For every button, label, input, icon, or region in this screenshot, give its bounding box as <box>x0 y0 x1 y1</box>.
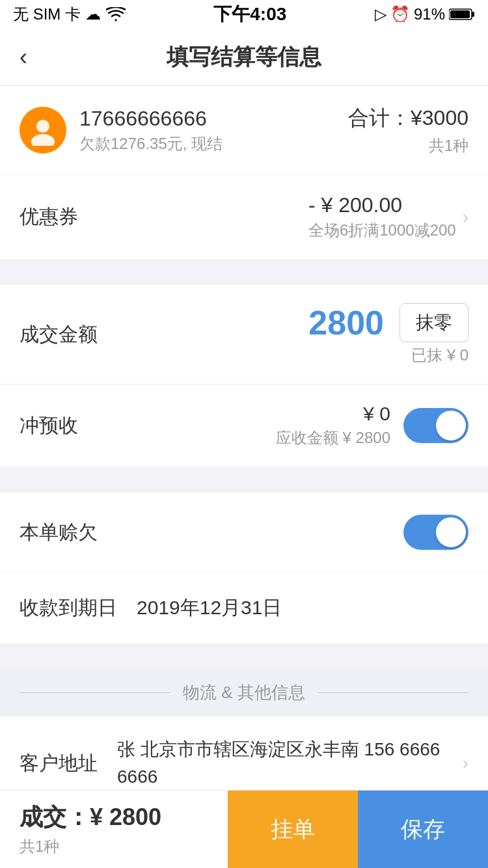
chevron-right-icon: › <box>463 207 468 228</box>
bottom-deal-label: 成交： <box>20 804 90 830</box>
back-button[interactable]: ‹ <box>20 44 27 71</box>
bottom-bar: 成交：¥ 2800 共1种 挂单 保存 <box>0 790 488 868</box>
separator-3 <box>0 657 488 670</box>
customer-info: 17666666666 欠款1276.35元, 现结 <box>79 107 223 154</box>
sim-label: 无 SIM 卡 ☁ <box>13 4 101 25</box>
total-amount: 合计：¥3000 <box>348 104 468 133</box>
battery-icon <box>449 8 475 21</box>
coupon-discount: - ¥ 200.00 <box>308 193 456 217</box>
address-value: 张 北京市市辖区海淀区永丰南 156 6666 6666 <box>117 736 463 791</box>
customer-sub-text: 欠款1276.35元, 现结 <box>79 133 223 154</box>
customer-phone: 17666666666 <box>79 107 223 131</box>
due-date-label: 收款到期日 <box>20 595 117 621</box>
coupon-label: 优惠券 <box>20 204 78 230</box>
save-button[interactable]: 保存 <box>358 791 488 869</box>
debt-toggle-knob <box>436 517 466 547</box>
bottom-summary: 成交：¥ 2800 共1种 <box>0 802 228 857</box>
coupon-info: - ¥ 200.00 全场6折满1000减200 <box>308 193 456 241</box>
due-date-value: 2019年12月31日 <box>137 595 282 621</box>
logistics-divider: 物流 & 其他信息 <box>0 670 488 716</box>
status-left: 无 SIM 卡 ☁ <box>13 4 126 25</box>
status-bar: 无 SIM 卡 ☁ 下午4:03 ▷ ⏰ 91% <box>0 0 488 29</box>
bottom-count: 共1种 <box>20 836 208 857</box>
debt-toggle[interactable] <box>403 515 468 550</box>
prepay-toggle[interactable] <box>403 408 468 443</box>
avatar <box>20 107 66 154</box>
address-chevron-icon: › <box>463 753 468 774</box>
due-date-row: 收款到期日 2019年12月31日 <box>0 572 488 644</box>
hold-button[interactable]: 挂单 <box>228 791 358 869</box>
customer-section: 17666666666 欠款1276.35元, 现结 合计：¥3000 共1种 … <box>0 86 488 259</box>
page-title: 填写结算等信息 <box>167 42 321 72</box>
deal-amount-row: 成交金额 2800 抹零 已抹 ¥ 0 <box>0 285 488 384</box>
deal-amount-value: 2800 <box>308 306 384 340</box>
separator-1 <box>0 272 488 285</box>
bottom-deal-amount: 成交：¥ 2800 <box>20 802 208 834</box>
bottom-deal-value: ¥ 2800 <box>90 804 161 830</box>
divider-line-right <box>318 692 468 693</box>
debt-row: 本单赊欠 <box>0 493 488 572</box>
round-off-button[interactable]: 抹零 <box>400 303 468 342</box>
svg-point-4 <box>31 134 55 146</box>
nav-bar: ‹ 填写结算等信息 <box>0 29 488 86</box>
coupon-row[interactable]: 优惠券 - ¥ 200.00 全场6折满1000减200 › <box>0 174 488 259</box>
coupon-desc: 全场6折满1000减200 <box>308 220 456 241</box>
total-sub: 共1种 <box>348 135 468 156</box>
coupon-right: - ¥ 200.00 全场6折满1000减200 › <box>308 193 468 241</box>
separator-2 <box>0 480 488 493</box>
deal-amount-label: 成交金额 <box>20 321 98 348</box>
deal-amount-sub: 已抹 ¥ 0 <box>308 345 468 366</box>
deal-section: 成交金额 2800 抹零 已抹 ¥ 0 冲预收 ¥ 0 应收金额 ¥ 2800 <box>0 285 488 467</box>
battery-text: 91% <box>414 5 445 23</box>
svg-rect-1 <box>472 12 474 17</box>
prepay-right: ¥ 0 应收金额 ¥ 2800 <box>276 403 468 448</box>
status-right: ▷ ⏰ 91% <box>375 5 475 23</box>
address-label: 客户地址 <box>20 750 98 777</box>
prepay-sub: 应收金额 ¥ 2800 <box>276 427 390 448</box>
status-time: 下午4:03 <box>213 2 286 27</box>
svg-rect-2 <box>450 10 470 18</box>
prepay-amount: ¥ 0 <box>276 403 390 425</box>
avatar-icon <box>27 115 59 146</box>
debt-section: 本单赊欠 收款到期日 2019年12月31日 <box>0 493 488 644</box>
alarm-icon: ⏰ <box>390 5 410 23</box>
customer-left: 17666666666 欠款1276.35元, 现结 <box>20 107 223 154</box>
location-icon: ▷ <box>375 5 386 23</box>
deal-amount-right: 2800 抹零 已抹 ¥ 0 <box>308 303 468 366</box>
prepay-info: ¥ 0 应收金额 ¥ 2800 <box>276 403 390 448</box>
debt-label: 本单赊欠 <box>20 519 98 546</box>
prepay-row: 冲预收 ¥ 0 应收金额 ¥ 2800 <box>0 384 488 467</box>
prepay-label: 冲预收 <box>20 413 78 439</box>
logistics-divider-text: 物流 & 其他信息 <box>183 681 305 704</box>
customer-row: 17666666666 欠款1276.35元, 现结 合计：¥3000 共1种 <box>0 86 488 174</box>
svg-point-3 <box>36 120 49 133</box>
wifi-icon <box>106 7 126 21</box>
toggle-knob <box>436 411 466 441</box>
customer-right: 合计：¥3000 共1种 <box>348 104 468 156</box>
divider-line-left <box>20 692 170 693</box>
